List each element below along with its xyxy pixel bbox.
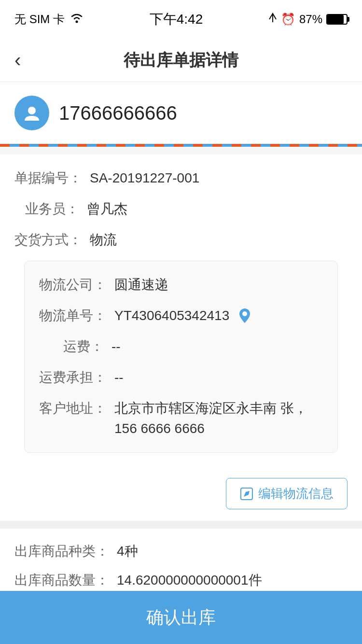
logistics-company-label: 物流公司： <box>39 275 114 295</box>
goods-type-row: 出库商品种类： 4种 <box>14 542 348 560</box>
bottom-bar: 确认出库 <box>0 591 362 644</box>
edit-icon <box>240 487 253 501</box>
document-number-row: 单据编号： SA-20191227-001 <box>14 168 348 188</box>
staff-row: 业务员： 曾凡杰 <box>14 199 348 219</box>
svg-point-2 <box>28 107 36 114</box>
tracking-location-icon[interactable] <box>236 307 253 324</box>
logistics-tracking-row: 物流单号： YT4306405342413 <box>39 306 323 326</box>
status-bar: 无 SIM 卡 下午4:42 ⏰ 87% <box>0 0 362 39</box>
status-left: 无 SIM 卡 <box>14 12 84 27</box>
freight-row: 运费： -- <box>39 336 323 357</box>
edit-btn-row: 编辑物流信息 <box>0 466 362 521</box>
dashed-divider <box>0 144 362 147</box>
document-info-section: 单据编号： SA-20191227-001 业务员： 曾凡杰 交货方式： 物流 … <box>0 154 362 466</box>
freight-value: -- <box>111 336 323 357</box>
logistics-card: 物流公司： 圆通速递 物流单号： YT4306405342413 运费： -- … <box>24 261 338 453</box>
goods-quantity-row: 出库商品数量： 14.620000000000001件 <box>14 571 348 589</box>
location-icon <box>268 13 277 26</box>
wifi-icon <box>70 13 84 26</box>
back-button[interactable]: ‹ <box>14 49 21 71</box>
staff-label: 业务员： <box>14 199 87 219</box>
battery-percent: 87% <box>299 13 322 26</box>
section-divider <box>0 521 362 529</box>
page-title: 待出库单据详情 <box>124 49 238 71</box>
avatar <box>14 96 49 130</box>
svg-point-0 <box>76 21 78 23</box>
address-label: 客户地址： <box>39 398 114 419</box>
logistics-company-row: 物流公司： 圆通速递 <box>39 275 323 295</box>
freight-bear-label: 运费承担： <box>39 367 114 388</box>
confirm-outbound-button[interactable]: 确认出库 <box>146 606 216 630</box>
freight-label: 运费： <box>39 336 111 357</box>
logistics-company-value: 圆通速递 <box>114 275 323 295</box>
status-right: ⏰ 87% <box>268 13 348 26</box>
goods-type-label: 出库商品种类： <box>14 542 117 560</box>
page: 无 SIM 卡 下午4:42 ⏰ 87% <box>0 0 362 644</box>
goods-quantity-label: 出库商品数量： <box>14 571 117 589</box>
freight-bear-value: -- <box>114 367 323 388</box>
address-value: 北京市市辖区海淀区永丰南 张，156 6666 6666 <box>114 398 323 439</box>
nav-bar: ‹ 待出库单据详情 <box>0 39 362 82</box>
status-time: 下午4:42 <box>150 10 203 28</box>
staff-value: 曾凡杰 <box>87 199 348 219</box>
delivery-value: 物流 <box>90 230 348 250</box>
logistics-tracking-value: YT4306405342413 <box>114 306 323 326</box>
delivery-row: 交货方式： 物流 <box>14 230 348 250</box>
user-phone: 17666666666 <box>59 102 177 124</box>
edit-logistics-button[interactable]: 编辑物流信息 <box>226 478 348 509</box>
goods-quantity-value: 14.620000000000001件 <box>117 571 262 589</box>
carrier-label: 无 SIM 卡 <box>14 12 65 27</box>
delivery-label: 交货方式： <box>14 230 90 250</box>
document-number-label: 单据编号： <box>14 168 90 188</box>
user-header: 17666666666 <box>0 82 362 144</box>
alarm-icon: ⏰ <box>281 13 295 26</box>
document-number-value: SA-20191227-001 <box>90 168 348 188</box>
battery-icon <box>326 14 348 25</box>
freight-bear-row: 运费承担： -- <box>39 367 323 388</box>
goods-type-value: 4种 <box>117 542 138 560</box>
address-row: 客户地址： 北京市市辖区海淀区永丰南 张，156 6666 6666 <box>39 398 323 439</box>
svg-point-3 <box>242 311 247 316</box>
edit-logistics-label: 编辑物流信息 <box>258 485 334 502</box>
logistics-tracking-label: 物流单号： <box>39 306 114 326</box>
